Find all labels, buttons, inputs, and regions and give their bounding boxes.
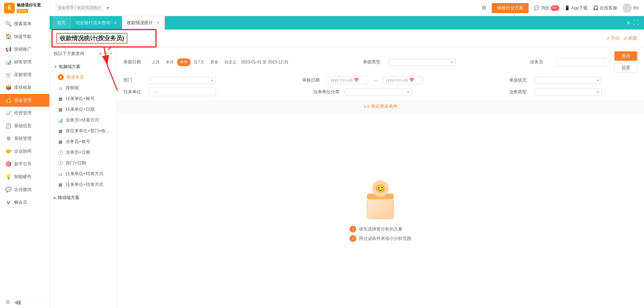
- header-gear-icon[interactable]: ⚙: [482, 5, 486, 11]
- scheme-item-partner-settle2[interactable]: ▦ 往来单位+结算方式: [50, 179, 116, 190]
- collapse-button[interactable]: ∧∧ 收起更多条件: [363, 103, 397, 109]
- scheme-group-pc: ▼ 电脑端方案 ▶ 按业务员 ⚏ 按明细 ▦ 往来单位+账号: [50, 60, 116, 191]
- refresh-label: 刷新: [629, 35, 637, 41]
- user-name: Rit: [633, 5, 639, 10]
- nav-label-search: 搜索菜单: [14, 21, 32, 27]
- trial-button[interactable]: 体验行业方案: [492, 3, 529, 13]
- review-date-end[interactable]: yyyy-mm-dd 📅: [383, 76, 423, 84]
- window-close-btn[interactable]: ✕: [626, 20, 631, 26]
- scheme-item-salesperson-date[interactable]: 🕐 业务员+日期: [50, 147, 116, 158]
- scheme-item-partner-dept[interactable]: ▦ 按往来单位+部门+收...: [50, 125, 116, 136]
- salesperson-control: ···: [555, 58, 609, 66]
- window-maximize-btn[interactable]: ⛶: [633, 20, 639, 26]
- scheme-item-partner-date[interactable]: ▦ 往来单位+日期: [50, 104, 116, 115]
- dept-select[interactable]: ▾: [149, 77, 216, 84]
- collapse-sidebar-icon[interactable]: ◀▮: [14, 299, 21, 305]
- sidebar-item-purchase[interactable]: 🛒 采购管理: [0, 68, 49, 81]
- sidebar-item-system[interactable]: ⚙ 系统管理: [0, 132, 49, 145]
- tab-bank-flow[interactable]: 现金银行流水查询 ✕: [71, 16, 122, 30]
- sidebar-item-basic-info[interactable]: 📋 基础信息: [0, 119, 49, 132]
- sidebar-item-quicknav[interactable]: 🏠 快捷导航: [0, 30, 49, 43]
- scheme-item-detail[interactable]: ⚏ 按明细: [50, 83, 116, 93]
- date-tab-last-month[interactable]: 上月: [149, 58, 162, 66]
- salesperson-select[interactable]: ···: [555, 58, 609, 66]
- refresh-button[interactable]: ↺ 刷新: [624, 35, 637, 41]
- message-icon: 💬: [534, 5, 539, 10]
- partner-dots-icon: ···: [153, 89, 157, 95]
- marketing-icon: 📢: [5, 46, 11, 52]
- sidebar-item-guide[interactable]: 🎯 新手引导: [0, 158, 49, 170]
- date-tab-this-year[interactable]: 本年: [177, 58, 191, 66]
- calendar-start-icon: 📅: [354, 78, 359, 83]
- nav-label-marketing: 营销推广: [14, 46, 32, 52]
- sidebar-item-member[interactable]: V 畅会员: [0, 196, 49, 209]
- scheme-item-dept-date[interactable]: 🕐 部门+日期: [50, 158, 116, 168]
- scheme-item-detail-label: 按明细: [66, 85, 79, 91]
- hint-num-2: 2: [350, 235, 356, 242]
- scheme-item-salesperson-account[interactable]: ▦ 业务员+账号: [50, 136, 116, 147]
- message-action[interactable]: 💬 消息 99+: [534, 5, 559, 11]
- date-tab-this-month[interactable]: 本月: [163, 58, 176, 66]
- empty-hints: 1 请先选择要分析的方案 2 用过滤条件来缩小分析范围: [350, 226, 411, 242]
- sidebar-item-inventory[interactable]: 📦 库存核算: [0, 81, 49, 94]
- sidebar-item-collab[interactable]: 🤝 企业协同: [0, 145, 49, 158]
- breadcrumb-dropdown[interactable]: ▾: [107, 5, 109, 10]
- biz-type-select[interactable]: ▾: [535, 89, 602, 96]
- mobile-group-arrow: ▶: [54, 196, 56, 200]
- sidebar-item-finance[interactable]: 💰 资金管理: [0, 94, 49, 107]
- scheme-item-partner-account[interactable]: ▦ 往来单位+账号: [50, 93, 116, 104]
- date-tab-custom[interactable]: 自定义: [222, 58, 239, 66]
- sidebar-item-search[interactable]: 🔍 搜索菜单: [0, 17, 49, 30]
- sidebar-item-wechat[interactable]: 💬 企业微信: [0, 183, 49, 196]
- query-buttons: 查询 设置: [614, 51, 637, 73]
- scheme-item-salesperson[interactable]: ▶ 按业务员: [50, 72, 116, 83]
- online-service-action[interactable]: 🎧 在线客服: [593, 5, 617, 11]
- nav-label-purchase: 采购管理: [14, 72, 32, 78]
- sidebar-item-operations[interactable]: 📈 经营管理: [0, 107, 49, 119]
- page-title: 收款情况统计(按业务员): [56, 33, 127, 44]
- tab-bank-flow-close[interactable]: ✕: [114, 20, 117, 25]
- sidebar-item-sales[interactable]: 📊 销售管理: [0, 56, 49, 68]
- filter-row-1: 单据日期 上月 本月 本年 近7天 更多 自定义 2023-: [123, 51, 637, 73]
- sales-icon: 📊: [5, 59, 11, 65]
- export-button[interactable]: ↗ 导出: [606, 35, 620, 41]
- panel-collapse-icon[interactable]: «: [110, 51, 112, 57]
- mobile-group-label: 移动端方案: [58, 195, 79, 201]
- scheme-group-pc-header[interactable]: ▼ 电脑端方案: [50, 62, 116, 72]
- voucher-type-select[interactable]: ▾: [388, 59, 455, 66]
- user-avatar: [623, 3, 632, 13]
- settings-bottom-icon[interactable]: ⚙: [5, 299, 10, 305]
- service-icon: 🎧: [593, 5, 598, 10]
- collapse-bar[interactable]: ∧∧ 收起更多条件: [117, 101, 644, 112]
- app-download-action[interactable]: 📱 App下载: [565, 5, 588, 11]
- hint-text-1: 请先选择要分析的方案: [359, 226, 402, 232]
- nav-label-quicknav: 快捷导航: [14, 34, 32, 40]
- scheme-settings-icon[interactable]: ⚙: [104, 51, 108, 57]
- settings-button[interactable]: 设置: [614, 63, 637, 73]
- tab-collection-stats[interactable]: 收款情况统计 ✕: [122, 16, 165, 30]
- partner-select[interactable]: ···: [149, 88, 216, 96]
- left-panel: 按以下方案查询 + ⚙ « ▼ 电脑端方案 ▶ 按业务员: [50, 47, 117, 308]
- collapse-label: 收起更多条件: [371, 103, 397, 109]
- date-tab-7days[interactable]: 近7天: [191, 58, 207, 66]
- user-info[interactable]: Rit: [623, 3, 639, 13]
- sidebar-item-hardware[interactable]: 💡 智能硬件: [0, 170, 49, 183]
- scheme-item-partner-settle1-label: 往来单位+结算方式: [66, 171, 103, 177]
- voucher-status-select[interactable]: ▾: [535, 77, 602, 84]
- scheme-group-mobile-header[interactable]: ▶ 移动端方案: [50, 193, 116, 203]
- query-button[interactable]: 查询: [614, 51, 637, 61]
- scheme-item-partner-settle1[interactable]: ⚏ 往来单位+结算方式: [50, 168, 116, 179]
- export-label: 导出: [611, 35, 620, 41]
- review-date-start[interactable]: yyyy-mm-dd 📅: [328, 76, 368, 84]
- date-tab-more[interactable]: 更多: [208, 58, 221, 66]
- refresh-icon: ↺: [624, 36, 627, 41]
- filter-row-2: 部门 ▾ 审核日期 yyyy-mm-dd 📅 — y: [123, 76, 637, 84]
- empty-content: 😊 1 请先选择要分析的方案 2 用过滤条件来缩小分析范围: [350, 179, 411, 242]
- tab-home[interactable]: 首页: [52, 16, 71, 30]
- add-scheme-icon[interactable]: +: [99, 51, 102, 57]
- sidebar-item-marketing[interactable]: 📢 营销推广: [0, 43, 49, 56]
- partner-category-select[interactable]: ▾: [345, 89, 412, 96]
- scheme-item-salesperson-settle[interactable]: 📊 业务员+结算方式: [50, 115, 116, 125]
- active-scheme-dot: ▶: [58, 74, 64, 80]
- tab-collection-stats-close[interactable]: ✕: [156, 20, 160, 25]
